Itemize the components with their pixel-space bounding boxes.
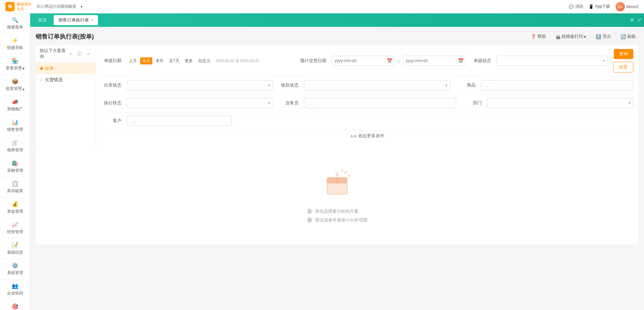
scheme-collapse-button[interactable]: « <box>85 50 92 57</box>
sidebar-label-wholesale: 批发管理 <box>6 86 22 92</box>
sidebar-item-wholesale[interactable]: 📦 批发管理 ▴ <box>0 75 30 95</box>
goods-ellipsis-button[interactable]: … <box>484 83 491 88</box>
sidebar-item-quicknav[interactable]: ⚡ 快捷导航 <box>0 34 30 54</box>
date-tab-thismonth[interactable]: 本月 <box>140 57 152 64</box>
inventory-icon: 📋 <box>12 180 18 187</box>
sidebar-item-system[interactable]: ⚙️ 系统管理 <box>0 259 30 279</box>
page-actions: ❓ 帮助 🖨️ 按模板打印 ▾ ⬆️ 导出 🔄 刷新 <box>528 32 639 41</box>
expected-date-label: 预计交货日期 <box>300 58 326 64</box>
query-button[interactable]: 查询 <box>614 49 633 59</box>
sidebar-label-search: 搜索菜单 <box>7 24 23 30</box>
refresh-icon: 🔄 <box>621 34 626 39</box>
message-button[interactable]: 💬 消息 <box>569 4 583 9</box>
department-select[interactable] <box>487 98 633 108</box>
scheme-edit-button[interactable] <box>76 50 83 57</box>
search-icon: 🔍 <box>12 17 18 23</box>
tab-close-button[interactable]: × <box>91 18 93 22</box>
customer-control[interactable]: … <box>127 116 232 126</box>
payment-status-select[interactable] <box>304 80 450 90</box>
scheme-add-button[interactable]: + <box>67 50 74 57</box>
date-tab-custom[interactable]: 自定义 <box>196 57 212 64</box>
user-profile-button[interactable]: Ea demo2 <box>615 2 639 11</box>
salesperson-ellipsis-button[interactable]: … <box>307 100 314 106</box>
wholesale-icon: 📦 <box>12 78 18 85</box>
scheme-item-shortage[interactable]: 欠货情况 <box>36 74 96 86</box>
date-tab-7days[interactable]: 近7天 <box>167 57 181 64</box>
scheme-item-order-label: 按单 <box>45 65 54 71</box>
sidebar-item-guide[interactable]: 🎯 新手引导 <box>0 300 30 310</box>
scheme-active-dot <box>40 67 43 70</box>
empty-icon-wrap <box>317 166 357 200</box>
wholesale-arrow-icon: ▴ <box>22 87 24 91</box>
collapse-bar[interactable]: ∧∧ 收起更多条件 <box>101 130 633 142</box>
system-icon: ⚙️ <box>12 262 18 269</box>
window-maximize-button[interactable]: ⤢ <box>637 17 641 23</box>
sidebar-label-basics: 基础信息 <box>7 250 23 255</box>
settings-button[interactable]: 设置 <box>613 62 633 72</box>
sidebar-item-enterprise[interactable]: 👥 企业协同 <box>0 279 30 300</box>
filter-section: 单据日期 上月 本月 本年 近7天 更多 自定义 2023-03-01 至 20… <box>96 45 639 146</box>
expected-date-from-wrap: 📅 <box>332 56 394 66</box>
sidebar-item-ecommerce[interactable]: 🛒 电商管理 <box>0 136 30 157</box>
operations-icon: 📈 <box>12 221 18 228</box>
window-close-button[interactable]: ✕ <box>630 17 634 23</box>
tab-sales-exec-label: 销售订单执行表 <box>58 17 89 23</box>
delivery-status-select[interactable] <box>127 80 273 90</box>
print-button[interactable]: 🖨️ 按模板打印 ▾ <box>553 32 589 41</box>
empty-state: 1 请先选择要分析的方案 2 用过滤条件来缩小分析范围 <box>36 146 639 245</box>
export-button[interactable]: ⬆️ 导出 <box>593 32 614 41</box>
sidebar-item-finance[interactable]: 💰 资金管理 <box>0 198 30 218</box>
expected-date-from[interactable] <box>332 56 394 66</box>
scheme-item-order[interactable]: 按单 <box>36 63 96 74</box>
sidebar-item-marketing[interactable]: 📣 营销推广 <box>0 95 30 116</box>
goods-control[interactable]: … <box>481 80 633 90</box>
salesperson-control[interactable]: … <box>304 98 456 108</box>
filter-row-1: 单据日期 上月 本月 本年 近7天 更多 自定义 2023-03-01 至 20… <box>101 49 633 72</box>
doc-status-control <box>496 56 608 66</box>
app-download-button[interactable]: 📱 App下载 <box>589 4 610 9</box>
tab-sales-exec[interactable]: 销售订单执行表 × <box>54 15 98 25</box>
sidebar-item-sales[interactable]: 📊 销售管理 <box>0 116 30 136</box>
svg-point-6 <box>340 169 344 172</box>
export-icon: ⬆️ <box>596 34 601 39</box>
refresh-button[interactable]: 🔄 刷新 <box>618 32 639 41</box>
sidebar-item-search[interactable]: 🔍 搜索菜单 <box>0 13 30 34</box>
doc-status-label: 单据状态 <box>471 58 491 64</box>
top-bar-left: 畅 畅捷通好生意 办公用品行业模拟账套 ▾ <box>5 2 83 11</box>
sidebar: 🔍 搜索菜单 ⚡ 快捷导航 🏪 零售管理 ▾ 📦 批发管理 ▴ 📣 营销推广 <box>0 13 30 310</box>
tab-home[interactable]: 首页 <box>33 15 52 25</box>
scheme-panel-header: 按以下方案查询 + « <box>36 45 96 63</box>
exec-status-select[interactable] <box>127 98 273 108</box>
sidebar-item-retail[interactable]: 🏪 零售管理 ▾ <box>0 54 30 75</box>
doc-status-select[interactable] <box>496 56 608 66</box>
sidebar-item-purchase[interactable]: 🛍️ 采购管理 <box>0 157 30 177</box>
expected-date-to[interactable] <box>403 56 466 66</box>
customer-ellipsis-button[interactable]: … <box>130 118 137 123</box>
help-icon: ❓ <box>531 34 536 39</box>
sidebar-label-purchase: 采购管理 <box>7 168 23 173</box>
sidebar-label-operations: 经营管理 <box>7 229 23 235</box>
help-label: 帮助 <box>537 34 546 40</box>
retail-arrow-icon: ▾ <box>22 66 24 71</box>
row-divider-2 <box>101 94 633 95</box>
scheme-header-icons: + « <box>67 50 92 57</box>
finance-icon: 💰 <box>12 201 18 207</box>
empty-tip-1: 1 请先选择要分析的方案 <box>307 207 367 216</box>
sidebar-item-basics[interactable]: 📝 基础信息 <box>0 239 30 259</box>
marketing-icon: 📣 <box>12 99 18 105</box>
sidebar-label-retail: 零售管理 <box>6 65 22 71</box>
date-tab-thisyear[interactable]: 本年 <box>154 57 166 64</box>
customer-label: 客户 <box>101 118 121 124</box>
sidebar-item-inventory[interactable]: 📋 库存核算 <box>0 177 30 198</box>
sidebar-item-operations[interactable]: 📈 经营管理 <box>0 218 30 239</box>
scheme-header-label: 按以下方案查询 <box>40 48 67 60</box>
logo-area: 畅 畅捷通好生意 <box>5 2 34 11</box>
message-label: 消息 <box>575 4 583 9</box>
date-tab-more[interactable]: 更多 <box>183 57 195 64</box>
svg-point-5 <box>348 175 350 177</box>
sidebar-label-enterprise: 企业协同 <box>7 291 23 296</box>
top-bar: 畅 畅捷通好生意 办公用品行业模拟账套 ▾ 💬 消息 📱 App下载 Ea de… <box>0 0 644 13</box>
date-tab-lastmonth[interactable]: 上月 <box>127 57 139 64</box>
breadcrumb-dropdown-icon[interactable]: ▾ <box>80 4 83 9</box>
help-button[interactable]: ❓ 帮助 <box>528 32 549 41</box>
